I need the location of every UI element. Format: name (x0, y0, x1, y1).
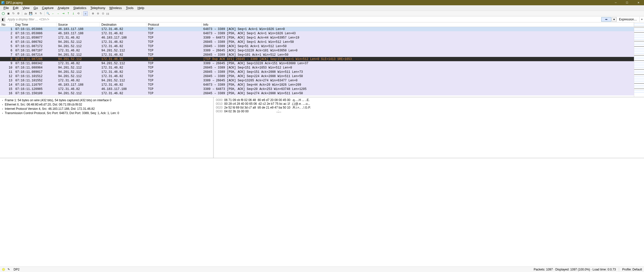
hex-line[interactable]: 0010 00 28 c4 28 40 00 65 06 d2 c2 2e b7… (216, 102, 642, 106)
tree-node[interactable]: Frame 1: 54 bytes on wire (432 bits), 54… (2, 98, 211, 103)
menu-edit[interactable]: Edit (11, 6, 20, 10)
packet-row[interactable]: 1407:16:11.11679746.183.117.188172.31.46… (0, 83, 634, 87)
svg-point-0 (2, 12, 5, 15)
packet-list-body: 107:16:11.05388646.183.117.188172.31.46.… (0, 27, 634, 95)
column-protocol[interactable]: Protocol (146, 22, 202, 27)
menu-go[interactable]: Go (31, 6, 40, 10)
packet-row[interactable]: 907:16:11.088342172.31.46.8294.201.52.11… (0, 61, 634, 65)
tree-node[interactable]: Internet Protocol Version 4, Src: 46.183… (2, 107, 211, 111)
packet-row[interactable]: 307:16:11.059077172.31.46.8246.183.117.1… (0, 36, 634, 40)
window-title: DP2.pcapng (6, 1, 610, 5)
packet-list-pane: No Day Time Source Destination Protocol … (0, 22, 644, 97)
hex-line[interactable]: 0000 06 71 09 cb f8 02 06 48 80 e6 d7 20… (216, 98, 642, 102)
app-icon (2, 1, 5, 4)
open-file-icon[interactable]: 🗁 (23, 11, 28, 16)
expert-info-led[interactable] (2, 268, 5, 271)
hex-line[interactable]: 0020 2e 52 fd 69 0d 3d c7 a9 b5 de 21 e9… (216, 106, 642, 110)
detail-pane: Frame 1: 54 bytes on wire (432 bits), 54… (0, 97, 644, 158)
auto-scroll-icon[interactable]: ⟲ (76, 11, 80, 16)
column-time[interactable]: Day Time (14, 22, 57, 27)
menu-capture[interactable]: Capture (40, 6, 56, 10)
go-to-packet-icon[interactable]: ⇥ (61, 11, 65, 16)
colorize-icon[interactable]: ≡ (83, 11, 88, 16)
menu-analyze[interactable]: Analyze (56, 6, 71, 10)
go-first-icon[interactable]: ⤒ (66, 11, 70, 16)
save-file-icon[interactable]: 💾 (28, 11, 33, 16)
edit-capture-icon[interactable]: ✎ (8, 268, 11, 271)
packet-row[interactable]: 1007:16:11.08898494.201.52.112172.31.46.… (0, 65, 634, 70)
packet-row[interactable]: 507:16:11.08717294.201.52.112172.31.46.8… (0, 44, 634, 48)
start-capture-icon[interactable] (1, 11, 6, 16)
title-bar: DP2.pcapng ─ ☐ ✕ (0, 0, 644, 5)
column-source[interactable]: Source (57, 22, 100, 27)
packet-row[interactable]: 407:16:11.08678294.201.52.112172.31.46.8… (0, 40, 634, 44)
main-toolbar: ◼ ↻ ⚙ 🗁 💾 ✕ ↻ 🔍 ← → ⇥ ⤒ ⤓ ⟲ ≡ ⊕ ⊖ ⊙ ⫿⫿ (0, 11, 644, 16)
status-profile[interactable]: Profile: Default (622, 268, 642, 271)
filter-apply-button[interactable]: ➡ (601, 17, 611, 22)
resize-columns-icon[interactable]: ⫿⫿ (106, 11, 110, 16)
menu-telephony[interactable]: Telephony (88, 6, 107, 10)
column-no[interactable]: No (0, 22, 14, 27)
hex-line[interactable]: 0030 04 02 3b 1b 00 00 ..;... (216, 110, 642, 113)
menu-bar: FileEditViewGoCaptureAnalyzeStatisticsTe… (0, 5, 644, 11)
column-dest[interactable]: Destination (100, 22, 146, 27)
packet-details-tree[interactable]: Frame 1: 54 bytes on wire (432 bits), 54… (0, 97, 214, 158)
column-info[interactable]: Info (202, 22, 634, 27)
zoom-in-icon[interactable]: ⊕ (91, 11, 95, 16)
restart-capture-icon[interactable]: ↻ (11, 11, 16, 16)
filter-add-button[interactable]: + (639, 17, 644, 22)
packet-row[interactable]: 107:16:11.05388646.183.117.188172.31.46.… (0, 27, 634, 31)
filter-expression-button[interactable]: Expression… (616, 17, 639, 22)
tree-node[interactable]: Ethernet II, Src: 06:48:80:e6:d7:20, Dst… (2, 103, 211, 107)
reload-file-icon[interactable]: ↻ (38, 11, 43, 16)
status-bar: ✎ DP2 Packets: 1097 · Displayed: 1097 (1… (0, 266, 644, 272)
filter-toolbar: ◧ ➡ ▾ Expression… + (0, 16, 644, 22)
minimize-button[interactable]: ─ (610, 0, 621, 5)
packet-row[interactable]: 1607:16:11.15610994.201.52.112172.31.46.… (0, 91, 634, 95)
menu-help[interactable]: Help (136, 6, 146, 10)
packet-minimap[interactable] (634, 22, 644, 97)
display-filter-input[interactable] (6, 17, 601, 22)
packet-row[interactable]: 607:16:11.087197172.31.46.8294.201.52.11… (0, 48, 634, 53)
packet-row[interactable]: 1307:16:11.101552172.31.46.8294.201.52.1… (0, 78, 634, 83)
menu-statistics[interactable]: Statistics (71, 6, 88, 10)
packet-row[interactable]: 1507:16:11.120985172.31.46.8246.183.117.… (0, 87, 634, 91)
menu-view[interactable]: View (20, 6, 31, 10)
tree-node[interactable]: Transmission Control Protocol, Src Port:… (2, 111, 211, 115)
maximize-button[interactable]: ☐ (621, 0, 633, 5)
go-last-icon[interactable]: ⤓ (71, 11, 75, 16)
packet-row[interactable]: 207:16:11.05388646.183.117.188172.31.46.… (0, 31, 634, 36)
zoom-reset-icon[interactable]: ⊙ (101, 11, 105, 16)
close-button[interactable]: ✕ (633, 0, 644, 5)
go-back-icon[interactable]: ← (51, 11, 55, 16)
packet-row[interactable]: 1107:16:11.08981794.201.52.112172.31.46.… (0, 70, 634, 74)
packet-bytes-hex[interactable]: 0000 06 71 09 cb f8 02 06 48 80 e6 d7 20… (214, 97, 644, 158)
packet-list-header: No Day Time Source Destination Protocol … (0, 22, 634, 27)
status-packets: Packets: 1097 · Displayed: 1097 (100.0%)… (534, 268, 616, 271)
menu-tools[interactable]: Tools (124, 6, 135, 10)
zoom-out-icon[interactable]: ⊖ (96, 11, 100, 16)
filter-history-dropdown[interactable]: ▾ (612, 17, 616, 22)
packet-row[interactable]: 1207:16:11.10151294.201.52.112172.31.46.… (0, 74, 634, 78)
close-file-icon[interactable]: ✕ (33, 11, 38, 16)
menu-file[interactable]: File (2, 6, 11, 10)
stop-capture-icon[interactable]: ◼ (6, 11, 11, 16)
menu-wireless[interactable]: Wireless (107, 6, 124, 10)
packet-row[interactable]: 707:16:11.08721494.201.52.112172.31.46.8… (0, 53, 634, 57)
go-forward-icon[interactable]: → (56, 11, 60, 16)
filter-bookmark-icon[interactable]: ◧ (1, 17, 5, 22)
find-packet-icon[interactable]: 🔍 (46, 11, 50, 16)
capture-options-icon[interactable]: ⚙ (16, 11, 21, 16)
status-file: DP2 (14, 268, 19, 271)
packet-row[interactable]: 807:16:11.08728694.201.52.112172.31.46.8… (0, 57, 634, 61)
